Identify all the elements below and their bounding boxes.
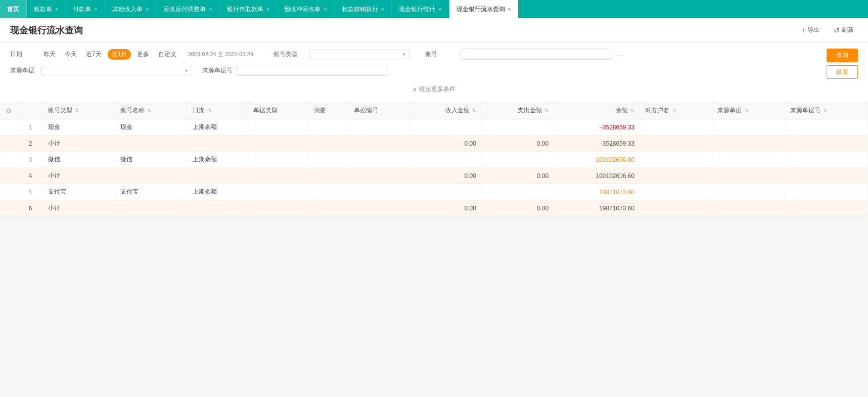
close-write-off-icon[interactable]: ×: [381, 6, 384, 12]
date-opt-1month[interactable]: 近1月: [108, 49, 131, 60]
table-container: ⚙ 账号类型 ⇅ 账号名称 ⇅ 日期 ⇅ 单据类型: [0, 102, 868, 216]
col-counterparty[interactable]: 对方户名 ⇅: [640, 102, 712, 119]
col-date[interactable]: 日期 ⇅: [188, 102, 248, 119]
date-opt-today[interactable]: 今天: [62, 49, 80, 60]
close-ar-ap-icon[interactable]: ×: [209, 6, 212, 12]
account-label: 账号: [425, 50, 455, 59]
refresh-button[interactable]: ↺ 刷新: [830, 24, 858, 36]
row-balance: 19871073.60: [554, 200, 640, 216]
nav-item-cash-flow[interactable]: 现金银行流水查询 ×: [449, 0, 518, 18]
row-gear-cell: [0, 200, 18, 216]
nav-item-ar-ap[interactable]: 应收应付调整单 ×: [156, 0, 219, 18]
close-payment-icon[interactable]: ×: [94, 6, 97, 12]
row-doc-no: [348, 200, 409, 216]
row-summary: [309, 184, 348, 200]
settings-button[interactable]: 设置: [827, 65, 858, 79]
row-counterparty: [640, 136, 712, 152]
row-summary: [309, 200, 348, 216]
account-type-label: 账号类型: [273, 50, 304, 59]
nav-item-cash-stat[interactable]: 现金银行统计 ×: [392, 0, 449, 18]
close-other-income-icon[interactable]: ×: [146, 6, 149, 12]
row-balance: 100102606.60: [554, 168, 640, 184]
nav-item-write-off[interactable]: 收款核销执行 ×: [335, 0, 392, 18]
sort-expense-icon: ⇅: [544, 108, 549, 113]
column-settings-icon[interactable]: ⚙: [6, 107, 12, 115]
row-date: 上期余额: [188, 184, 248, 200]
col-income[interactable]: 收入金额 ⇅: [409, 102, 481, 119]
nav-item-receipt[interactable]: 收款单 ×: [27, 0, 66, 18]
col-source-doc-no[interactable]: 来源单据号 ⇅: [785, 102, 867, 119]
close-bank-deposit-icon[interactable]: ×: [266, 6, 269, 12]
row-balance: -3528659.33: [554, 119, 640, 136]
filter-row-date: 日期 昨天 今天 近7天 近1月 更多 自定义 2023-02-24 至 202…: [10, 49, 818, 60]
source-doc-no-input[interactable]: [237, 65, 388, 76]
col-expense-label: 支出金额: [518, 107, 542, 114]
row-doc-no: [348, 168, 409, 184]
row-source-doc-no: [785, 200, 867, 216]
date-opt-yesterday[interactable]: 昨天: [40, 49, 59, 60]
nav-bank-deposit-label: 银行存取款单: [227, 5, 263, 14]
date-opt-more[interactable]: 更多: [134, 49, 152, 60]
table-row: 5 支付宝 支付宝 上期余额 19871073.60: [0, 184, 868, 200]
col-account-name-label: 账号名称: [120, 107, 145, 114]
row-balance: 19871073.60: [554, 184, 640, 200]
nav-pre-receipt-label: 预收冲应收单: [284, 5, 321, 14]
row-counterparty: [640, 184, 712, 200]
filter-row-source: 来源单据 ▾ 来源单据号: [10, 65, 818, 76]
date-range-display: 2023-02-24 至 2023-03-24: [188, 51, 253, 58]
col-source-doc-label: 来源单据: [717, 107, 742, 114]
col-account-name[interactable]: 账号名称 ⇅: [115, 102, 187, 119]
export-button[interactable]: ↑ 导出: [798, 24, 824, 36]
col-doc-no-label: 单据编号: [354, 107, 378, 114]
date-opt-custom[interactable]: 自定义: [155, 49, 179, 60]
query-button[interactable]: 查询: [827, 49, 858, 62]
close-pre-receipt-icon[interactable]: ×: [324, 6, 327, 12]
col-source-doc-no-label: 来源单据号: [790, 107, 820, 114]
row-account-type: 现金: [42, 119, 115, 136]
nav-item-bank-deposit[interactable]: 银行存取款单 ×: [220, 0, 277, 18]
right-action-buttons: 查询 设置: [827, 49, 858, 79]
refresh-icon: ↺: [834, 26, 840, 34]
row-number: 2: [18, 136, 42, 152]
row-account-name: 支付宝: [115, 184, 187, 200]
col-expense[interactable]: 支出金额 ⇅: [481, 102, 554, 119]
col-balance[interactable]: 余额 ⇅: [554, 102, 640, 119]
row-source-doc-no: [785, 136, 867, 152]
close-receipt-icon[interactable]: ×: [55, 6, 58, 12]
collapse-icon: ∧: [413, 86, 417, 93]
col-summary[interactable]: 摘要: [309, 102, 348, 119]
account-input[interactable]: [461, 49, 612, 60]
row-source-doc-no: [785, 119, 867, 136]
nav-item-home[interactable]: 首页: [0, 0, 27, 18]
col-account-type[interactable]: 账号类型 ⇅: [42, 102, 115, 119]
date-opt-7days[interactable]: 近7天: [83, 49, 105, 60]
col-doc-type[interactable]: 单据类型: [248, 102, 309, 119]
row-account-type: 小计: [42, 136, 115, 152]
export-label: 导出: [807, 26, 819, 34]
row-doc-type: [248, 200, 309, 216]
account-more-icon[interactable]: ...: [614, 51, 626, 58]
collapse-button[interactable]: ∧ 收起更多条件: [407, 84, 461, 95]
source-doc-arrow-icon: ▾: [185, 68, 188, 73]
source-doc-select[interactable]: ▾: [40, 66, 192, 75]
row-date: 上期余额: [188, 119, 248, 136]
nav-item-pre-receipt[interactable]: 预收冲应收单 ×: [277, 0, 334, 18]
row-expense: [481, 119, 554, 136]
source-doc-no-label: 来源单据号: [202, 66, 233, 75]
row-income: 0.00: [409, 168, 481, 184]
row-expense: 0.00: [481, 136, 554, 152]
row-date: [188, 136, 248, 152]
nav-item-payment[interactable]: 付款单 ×: [66, 0, 105, 18]
col-doc-no[interactable]: 单据编号: [348, 102, 409, 119]
close-cash-stat-icon[interactable]: ×: [438, 6, 441, 12]
col-balance-label: 余额: [616, 107, 628, 114]
col-source-doc[interactable]: 来源单据 ⇅: [712, 102, 785, 119]
nav-item-other-income[interactable]: 其他收入单 ×: [105, 0, 156, 18]
col-gear[interactable]: ⚙: [0, 102, 18, 119]
close-cash-flow-icon[interactable]: ×: [508, 6, 511, 12]
row-source-doc: [712, 200, 785, 216]
row-number: 5: [18, 184, 42, 200]
account-type-select[interactable]: ▾: [309, 50, 410, 59]
row-account-name: [115, 168, 187, 184]
filter-area: 日期 昨天 今天 近7天 近1月 更多 自定义 2023-02-24 至 202…: [0, 42, 868, 102]
